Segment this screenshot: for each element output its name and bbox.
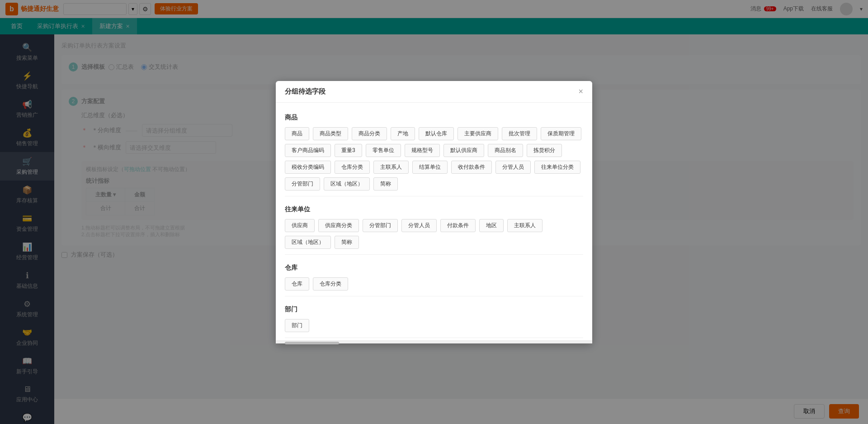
field-tag[interactable]: 拣货积分 [527,144,562,157]
modal-header: 分组待选字段 × [276,81,592,103]
modal-overlay: 分组待选字段 × 商品商品商品类型商品分类产地默认仓库主要供应商批次管理保质期管… [0,0,868,424]
field-tags: 仓库仓库分类 [285,277,583,291]
field-tags: 商品商品类型商品分类产地默认仓库主要供应商批次管理保质期管理客户商品编码重量3零… [285,127,583,191]
field-tag[interactable]: 仓库分类 [335,161,370,174]
field-group-仓库: 仓库仓库仓库分类 [285,264,583,296]
field-tag[interactable]: 商品类型 [313,127,348,140]
field-tag[interactable]: 主要供应商 [458,127,498,140]
modal-close-button[interactable]: × [578,87,583,95]
field-tag[interactable]: 部门 [285,319,309,332]
field-tag[interactable]: 区域（地区） [324,177,370,191]
field-tag[interactable]: 产地 [391,127,415,140]
field-tag[interactable]: 批次管理 [502,127,537,140]
field-tag[interactable]: 结算单位 [412,161,448,174]
field-tag[interactable]: 商品别名 [488,144,523,157]
field-tag[interactable]: 仓库 [285,277,309,291]
field-group-往来单位: 往来单位供应商供应商分类分管部门分管人员付款条件地区主联系人区域（地区）简称 [285,205,583,255]
group-divider [285,254,583,255]
field-tag[interactable]: 主联系人 [507,219,542,232]
field-tag[interactable]: 分管人员 [401,219,437,232]
field-tag[interactable]: 商品 [285,127,309,140]
field-tags: 供应商供应商分类分管部门分管人员付款条件地区主联系人区域（地区）简称 [285,219,583,249]
field-tag[interactable]: 付款条件 [440,219,476,232]
field-tag[interactable]: 供应商分类 [318,219,359,232]
field-tag[interactable]: 重量3 [335,144,362,157]
field-tag[interactable]: 地区 [479,219,504,232]
field-group-部门: 部门部门 [285,305,583,338]
field-group-商品: 商品商品商品类型商品分类产地默认仓库主要供应商批次管理保质期管理客户商品编码重量… [285,114,583,196]
field-tag[interactable]: 默认供应商 [443,144,484,157]
scrollbar-thumb[interactable] [285,342,339,344]
modal-title: 分组待选字段 [285,87,326,96]
field-tag[interactable]: 零售单位 [366,144,401,157]
field-selector-modal: 分组待选字段 × 商品商品商品类型商品分类产地默认仓库主要供应商批次管理保质期管… [276,81,592,343]
field-tag[interactable]: 收付款条件 [451,161,492,174]
field-tag[interactable]: 简称 [373,177,398,191]
field-tag[interactable]: 往来单位分类 [534,161,580,174]
field-tag[interactable]: 默认仓库 [419,127,454,140]
field-tag[interactable]: 税收分类编码 [285,161,331,174]
field-group-title: 仓库 [285,264,583,272]
field-tag[interactable]: 客户商品编码 [285,144,331,157]
field-tag[interactable]: 简称 [335,236,359,249]
field-tag[interactable]: 规格型号 [405,144,440,157]
group-divider [285,196,583,196]
field-tag[interactable]: 商品分类 [352,127,387,140]
group-divider [285,338,583,338]
field-tag[interactable]: 区域（地区） [285,236,331,249]
field-group-title: 部门 [285,305,583,314]
field-tag[interactable]: 主联系人 [373,161,409,174]
field-tag[interactable]: 保质期管理 [541,127,581,140]
group-divider [285,296,583,296]
horizontal-scrollbar[interactable] [276,340,592,343]
field-tag[interactable]: 仓库分类 [313,277,348,291]
field-group-title: 商品 [285,114,583,122]
field-tag[interactable]: 分管人员 [495,161,531,174]
modal-body: 商品商品商品类型商品分类产地默认仓库主要供应商批次管理保质期管理客户商品编码重量… [276,103,592,340]
field-tags: 部门 [285,319,583,332]
field-group-title: 往来单位 [285,205,583,214]
field-tag[interactable]: 分管部门 [285,177,320,191]
field-tag[interactable]: 供应商 [285,219,315,232]
field-tag[interactable]: 分管部门 [363,219,398,232]
